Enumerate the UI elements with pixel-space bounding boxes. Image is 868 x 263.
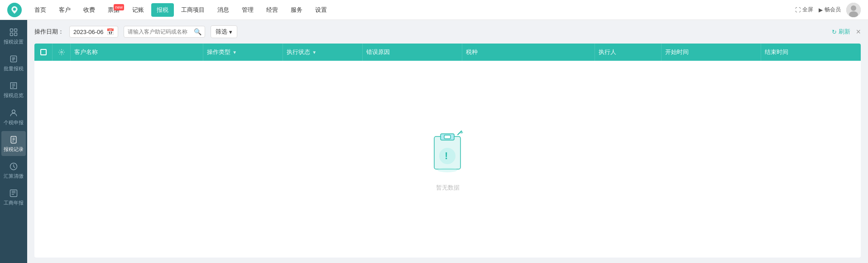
top-nav: 首页 客户 收费 票据 new 记账 报税 工商项目 消息 管理 经营 服务 设… xyxy=(0,0,868,20)
svg-rect-6 xyxy=(14,33,17,36)
nav-item-operation[interactable]: 经营 xyxy=(261,3,283,17)
svg-rect-3 xyxy=(10,29,13,32)
sidebar-item-annual-report[interactable]: 工商年报 xyxy=(1,185,26,209)
user-avatar[interactable] xyxy=(846,3,861,17)
sidebar-item-settlement[interactable]: 汇算清缴 xyxy=(1,158,26,183)
member-label: 畅会员 xyxy=(825,6,841,14)
th-end-time: 结束时间 xyxy=(761,44,861,61)
settlement-icon xyxy=(9,161,19,171)
sidebar-item-tax-overview[interactable]: 报税总览 xyxy=(1,77,26,102)
fullscreen-label: 全屏 xyxy=(802,6,813,14)
nav-item-service[interactable]: 服务 xyxy=(285,3,308,17)
nav-item-manage[interactable]: 管理 xyxy=(236,3,259,17)
member-btn[interactable]: ▶ 畅会员 xyxy=(819,6,841,14)
fullscreen-icon: ⛶ xyxy=(795,7,801,13)
sidebar-item-batch-tax[interactable]: 批量报税 xyxy=(1,50,26,75)
content-area: 操作日期： 2023-06-06 📅 🔍 筛选 ▾ ↻ 刷新 × xyxy=(27,20,868,263)
calendar-icon: 📅 xyxy=(106,28,114,35)
nav-item-accounting[interactable]: 记账 xyxy=(127,3,149,17)
svg-rect-4 xyxy=(14,29,17,32)
nav-item-tax[interactable]: 报税 xyxy=(151,3,174,17)
date-picker[interactable]: 2023-06-06 📅 xyxy=(69,26,118,38)
sidebar-item-tax-settings[interactable]: 报税设置 xyxy=(1,24,26,49)
nav-items: 首页 客户 收费 票据 new 记账 报税 工商项目 消息 管理 经营 服务 设… xyxy=(29,3,795,17)
sidebar-label-annual-report: 工商年报 xyxy=(4,200,24,206)
nav-item-home[interactable]: 首页 xyxy=(29,3,52,17)
sidebar: 报税设置 批量报税 报税总览 xyxy=(0,20,27,263)
close-button[interactable]: × xyxy=(856,28,861,36)
th-operation-type[interactable]: 操作类型 ▼ xyxy=(203,44,283,61)
th-tax-type: 税种 xyxy=(462,44,595,61)
tax-settings-icon xyxy=(9,27,19,37)
new-badge: new xyxy=(114,4,124,10)
tax-overview-icon xyxy=(9,81,19,91)
data-table: 客户名称 操作类型 ▼ 执行状态 ▼ 错误原因 税种 执行人 xyxy=(34,44,861,258)
toolbar: 操作日期： 2023-06-06 📅 🔍 筛选 ▾ ↻ 刷新 × xyxy=(34,25,861,38)
date-label: 操作日期： xyxy=(34,28,64,36)
refresh-icon: ↻ xyxy=(832,29,837,35)
search-wrap: 🔍 xyxy=(124,26,205,38)
nav-item-message[interactable]: 消息 xyxy=(212,3,235,17)
nav-item-client[interactable]: 客户 xyxy=(53,3,76,17)
header-checkbox[interactable] xyxy=(40,49,47,55)
th-executor: 执行人 xyxy=(595,44,662,61)
chevron-down-icon: ▾ xyxy=(229,29,232,35)
table-header: 客户名称 操作类型 ▼ 执行状态 ▼ 错误原因 税种 执行人 xyxy=(34,44,861,61)
empty-state: ! 暂无数据 xyxy=(425,127,470,192)
filter-button[interactable]: 筛选 ▾ xyxy=(211,25,237,38)
th-client-name: 客户名称 xyxy=(71,44,203,61)
svg-rect-17 xyxy=(10,190,17,197)
sidebar-label-tax-settings: 报税设置 xyxy=(4,39,24,45)
app-logo[interactable] xyxy=(7,3,22,17)
sidebar-label-tax-record: 报税记录 xyxy=(4,146,24,152)
batch-tax-icon xyxy=(9,54,19,64)
svg-point-11 xyxy=(12,110,15,113)
personal-tax-icon xyxy=(9,108,19,118)
fullscreen-btn[interactable]: ⛶ 全屏 xyxy=(795,6,813,14)
sidebar-label-tax-overview: 报税总览 xyxy=(4,93,24,98)
th-gear[interactable] xyxy=(53,44,71,61)
nav-item-settings[interactable]: 设置 xyxy=(310,3,332,17)
sidebar-item-personal-tax[interactable]: 个税申报 xyxy=(1,104,26,129)
sidebar-label-batch-tax: 批量报税 xyxy=(4,66,24,72)
svg-text:!: ! xyxy=(445,150,448,161)
table-body: ! 暂无数据 xyxy=(34,61,861,258)
sort-icon-exec-status: ▼ xyxy=(312,50,317,55)
th-start-time: 开始时间 xyxy=(662,44,761,61)
sidebar-label-personal-tax: 个税申报 xyxy=(4,120,24,126)
svg-point-18 xyxy=(61,51,62,53)
svg-rect-21 xyxy=(444,135,451,139)
filter-label: 筛选 xyxy=(216,28,227,36)
empty-text: 暂无数据 xyxy=(436,184,460,192)
refresh-button[interactable]: ↻ 刷新 xyxy=(832,28,850,36)
search-input[interactable] xyxy=(128,29,191,35)
search-icon: 🔍 xyxy=(194,28,201,35)
th-exec-status[interactable]: 执行状态 ▼ xyxy=(283,44,363,61)
main-layout: 报税设置 批量报税 报税总览 xyxy=(0,20,868,263)
nav-item-fee[interactable]: 收费 xyxy=(78,3,101,17)
tax-record-icon xyxy=(9,135,19,145)
annual-report-icon xyxy=(9,188,19,198)
refresh-label: 刷新 xyxy=(839,28,850,36)
nav-item-invoice[interactable]: 票据 new xyxy=(102,3,125,17)
play-icon: ▶ xyxy=(819,7,823,13)
sidebar-item-tax-record[interactable]: 报税记录 xyxy=(1,131,26,156)
th-checkbox[interactable] xyxy=(34,44,53,61)
top-nav-right: ⛶ 全屏 ▶ 畅会员 xyxy=(795,3,861,17)
th-error-reason: 错误原因 xyxy=(363,44,462,61)
toolbar-right: ↻ 刷新 × xyxy=(832,28,861,36)
sort-icon-operation-type: ▼ xyxy=(232,50,237,55)
empty-illustration: ! xyxy=(425,127,470,176)
date-value: 2023-06-06 xyxy=(73,29,104,35)
svg-point-1 xyxy=(851,5,856,11)
svg-rect-5 xyxy=(10,33,13,36)
nav-item-business[interactable]: 工商项目 xyxy=(176,3,210,17)
sidebar-label-settlement: 汇算清缴 xyxy=(4,173,24,179)
svg-point-26 xyxy=(437,168,457,172)
